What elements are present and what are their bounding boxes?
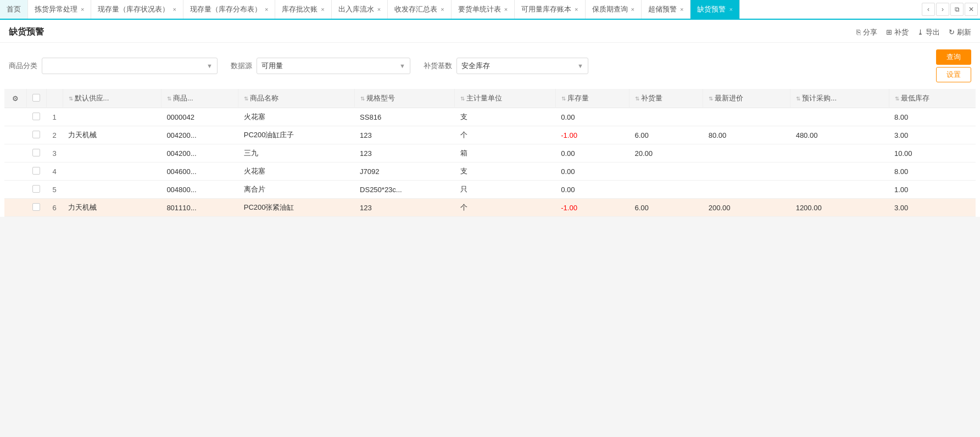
row-product-name: 火花塞 xyxy=(238,163,354,181)
tab-keyong-kucun-close[interactable]: × xyxy=(575,6,578,13)
row-checkbox-cell[interactable] xyxy=(26,108,46,126)
export-icon: ⤓ xyxy=(917,28,923,36)
row-min-stock: 8.00 xyxy=(889,108,976,126)
row-checkbox-cell[interactable] xyxy=(26,144,46,163)
row-stock: 0.00 xyxy=(555,181,629,199)
th-spec-label: 规格型号 xyxy=(366,93,395,103)
tab-kucun-batch-label: 库存批次账 xyxy=(282,4,318,14)
row-stock: 0.00 xyxy=(555,108,629,126)
refresh-icon: ↻ xyxy=(949,28,955,36)
replenish-icon: ⊞ xyxy=(886,28,892,36)
th-stock[interactable]: ⇅ 库存量 xyxy=(555,89,629,108)
table-row: 6 力天机械 801110... PC200张紧油缸 123 个 -1.00 6… xyxy=(4,199,976,217)
tab-kucun-dist[interactable]: 现存量（库存分布表） × xyxy=(183,0,275,19)
th-est-purchase[interactable]: ⇅ 预计采购... xyxy=(790,89,889,108)
replenish-base-label: 补货基数 xyxy=(424,61,452,71)
tab-keyong-kucun[interactable]: 可用量库存账本 × xyxy=(515,0,585,19)
th-min-stock-label: 最低库存 xyxy=(901,93,929,103)
row-latest-price xyxy=(703,181,790,199)
th-spec[interactable]: ⇅ 规格型号 xyxy=(354,89,455,108)
th-rownum xyxy=(46,89,63,108)
category-label: 商品分类 xyxy=(9,61,37,71)
tab-close-all-btn[interactable]: ✕ xyxy=(965,3,978,16)
tab-kucun-batch[interactable]: 库存批次账 × xyxy=(275,0,331,19)
row-stock: -1.00 xyxy=(555,126,629,144)
replenish-button[interactable]: ⊞ 补货 xyxy=(886,27,909,37)
datasource-select-value: 可用量 xyxy=(261,61,283,71)
tab-home[interactable]: 首页 xyxy=(0,0,28,19)
row-gear-cell xyxy=(4,199,26,217)
th-unit[interactable]: ⇅ 主计量单位 xyxy=(455,89,555,108)
tab-baozhi-query-label: 保质期查询 xyxy=(592,4,628,14)
tab-chaochuyujing-close[interactable]: × xyxy=(680,6,683,13)
row-est-purchase xyxy=(790,144,889,163)
row-product-code: 004200... xyxy=(161,144,238,163)
tab-receive-summary-close[interactable]: × xyxy=(441,6,444,13)
tab-baozhi-query[interactable]: 保质期查询 × xyxy=(586,0,642,19)
category-select[interactable]: ▼ xyxy=(42,58,218,74)
datasource-select[interactable]: 可用量 ▼ xyxy=(257,58,410,74)
tab-prev-btn[interactable]: ‹ xyxy=(922,3,935,16)
tab-quehuo-close[interactable]: × xyxy=(729,6,732,13)
category-filter-group: 商品分类 ▼ xyxy=(9,58,218,74)
row-checkbox-cell[interactable] xyxy=(26,163,46,181)
tab-next-btn[interactable]: › xyxy=(936,3,949,16)
tab-kucun-batch-close[interactable]: × xyxy=(321,6,324,13)
tab-receive-summary[interactable]: 收发存汇总表 × xyxy=(388,0,451,19)
th-product-code[interactable]: ⇅ 商品... xyxy=(161,89,238,108)
tab-quehuo[interactable]: 缺货预警 × xyxy=(691,0,739,19)
th-replenish[interactable]: ⇅ 补货量 xyxy=(630,89,703,108)
settings-button[interactable]: 设置 xyxy=(936,67,971,82)
tab-kucun-state[interactable]: 现存量（库存状况表） × xyxy=(91,0,183,19)
query-button[interactable]: 查询 xyxy=(936,49,971,65)
th-min-stock[interactable]: ⇅ 最低库存 xyxy=(889,89,976,108)
tab-inout-flow-close[interactable]: × xyxy=(377,6,381,13)
header-checkbox[interactable] xyxy=(32,94,40,102)
tab-inout-flow[interactable]: 出入库流水 × xyxy=(332,0,388,19)
tab-yaohuodanjt-close[interactable]: × xyxy=(504,6,508,13)
row-checkbox-cell[interactable] xyxy=(26,199,46,217)
th-product-name[interactable]: ⇅ 商品名称 xyxy=(238,89,354,108)
row-replenish xyxy=(630,163,703,181)
tab-lian-huo[interactable]: 拣货异常处理 × xyxy=(28,0,91,19)
row-replenish: 6.00 xyxy=(630,126,703,144)
replenish-base-dropdown-icon: ▼ xyxy=(577,63,583,69)
refresh-button[interactable]: ↻ 刷新 xyxy=(949,27,971,37)
th-product-name-label: 商品名称 xyxy=(250,93,279,103)
tab-inout-flow-label: 出入库流水 xyxy=(338,4,374,14)
row-checkbox[interactable] xyxy=(32,149,40,156)
row-checkbox[interactable] xyxy=(32,185,40,193)
th-stock-label: 库存量 xyxy=(567,93,589,103)
tab-lian-huo-close[interactable]: × xyxy=(81,6,84,13)
share-button[interactable]: ⎘ 分享 xyxy=(856,27,877,37)
tab-kucun-dist-close[interactable]: × xyxy=(265,6,268,13)
tab-kucun-state-close[interactable]: × xyxy=(172,6,176,13)
row-product-code: 004600... xyxy=(161,163,238,181)
th-latest-price[interactable]: ⇅ 最新进价 xyxy=(703,89,790,108)
row-replenish xyxy=(630,108,703,126)
tab-restore-btn[interactable]: ⧉ xyxy=(950,3,964,16)
tab-yaohuodanjt[interactable]: 要货单统计表 × xyxy=(452,0,515,19)
th-supplier[interactable]: ⇅ 默认供应... xyxy=(63,89,161,108)
row-checkbox[interactable] xyxy=(32,167,40,175)
row-checkbox-cell[interactable] xyxy=(26,126,46,144)
tab-home-label: 首页 xyxy=(7,4,21,14)
row-product-code: 0000042 xyxy=(161,108,238,126)
row-checkbox-cell[interactable] xyxy=(26,181,46,199)
row-checkbox[interactable] xyxy=(32,203,40,211)
tab-baozhi-query-close[interactable]: × xyxy=(631,6,634,13)
row-checkbox[interactable] xyxy=(32,113,40,120)
row-spec: 123 xyxy=(354,199,455,217)
th-checkbox[interactable] xyxy=(26,89,46,108)
datasource-label: 数据源 xyxy=(231,61,252,71)
export-button[interactable]: ⤓ 导出 xyxy=(917,27,940,37)
tab-nav-controls: ‹ › ⧉ ✕ xyxy=(920,3,980,16)
th-min-stock-sort-icon: ⇅ xyxy=(895,96,899,102)
tab-chaochuyujing[interactable]: 超储预警 × xyxy=(642,0,691,19)
th-gear[interactable]: ⚙ xyxy=(4,89,26,108)
row-checkbox[interactable] xyxy=(32,131,40,138)
replenish-base-select-value: 安全库存 xyxy=(461,61,490,71)
tab-yaohuodanjt-label: 要货单统计表 xyxy=(458,4,501,14)
row-product-name: 离合片 xyxy=(238,181,354,199)
replenish-base-select[interactable]: 安全库存 ▼ xyxy=(456,58,588,74)
